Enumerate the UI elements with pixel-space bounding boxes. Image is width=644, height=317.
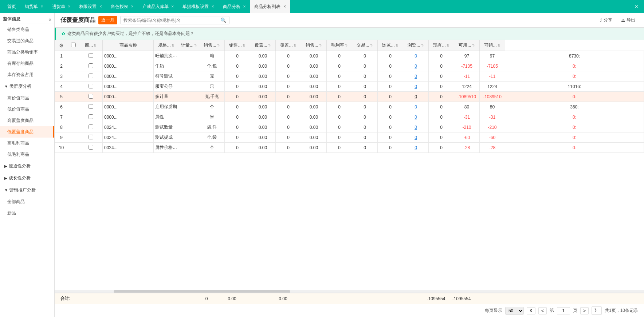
cell-views1-7[interactable]: 0 (403, 122, 429, 132)
footer-available-stock: -1095554 (449, 296, 474, 301)
cell-views1-1[interactable]: 0 (403, 61, 429, 71)
sort-icon-gm[interactable]: ⇅ (345, 44, 348, 47)
sidebar-item-low-value[interactable]: 低价值商品 (0, 104, 54, 115)
cell-checkbox-0[interactable] (79, 51, 103, 61)
sidebar-title: 整体信息 (3, 16, 48, 22)
nav-purchase-order[interactable]: 进货单 × (48, 0, 75, 13)
cell-checkbox-1[interactable] (79, 61, 103, 71)
nav-permissions[interactable]: 权限设置 × (75, 0, 106, 13)
nav-close-template-settings[interactable]: × (212, 4, 214, 9)
cell-views1-6[interactable]: 0 (403, 112, 429, 122)
sort-icon-spec[interactable]: ⇅ (172, 44, 174, 47)
nav-close-purchase-order[interactable]: × (68, 4, 70, 9)
sidebar-section-growth[interactable]: ▶ 成长性分析 (0, 172, 54, 184)
sort-icon-sa[interactable]: ⇅ (243, 44, 246, 47)
per-page-select[interactable]: 50 100 200 (505, 307, 524, 315)
sidebar-item-high-value[interactable]: 高价值商品 (0, 92, 54, 104)
last-page-button[interactable]: 》 (592, 306, 602, 315)
select-all-checkbox[interactable] (71, 43, 76, 47)
nav-close-product-analysis[interactable]: × (243, 4, 246, 9)
col-checkbox[interactable] (68, 40, 79, 51)
cell-checkbox-4[interactable] (79, 92, 103, 102)
page-title: 低覆盖度商品 (60, 16, 95, 24)
cell-sales-amount-0: 0.00 (250, 51, 276, 61)
search-input[interactable] (123, 18, 220, 23)
sort-icon-cov2[interactable]: ⇅ (294, 44, 297, 47)
sort-icon-tr[interactable]: ⇅ (370, 44, 373, 47)
sidebar-item-new-goods[interactable]: 新品 (0, 207, 54, 219)
nav-close-permissions[interactable]: × (99, 4, 102, 9)
sidebar-collapse-btn[interactable]: « (48, 16, 51, 22)
next-page-button[interactable]: > (580, 307, 589, 314)
cell-checkbox-9[interactable] (79, 143, 103, 153)
sort-icon-unit[interactable]: ⇅ (194, 44, 197, 47)
sort-icon-as[interactable]: ⇅ (472, 44, 475, 47)
sidebar-item-low-coverage[interactable]: 低覆盖度商品 (0, 126, 54, 138)
sidebar-item-category-turnover[interactable]: 商品分类动销率 (0, 47, 54, 58)
window-close-button[interactable]: × (632, 3, 641, 10)
search-icon[interactable]: 🔍 (220, 17, 226, 23)
sidebar-item-sales-goods[interactable]: 销售类商品 (0, 24, 54, 35)
export-button[interactable]: ⏏ 导出 (618, 16, 638, 24)
cell-views1-8[interactable]: 0 (403, 132, 429, 143)
sidebar-item-high-margin[interactable]: 高毛利商品 (0, 138, 54, 149)
cell-checkbox-7[interactable] (79, 122, 103, 132)
prev-page-button[interactable]: < (538, 307, 547, 314)
sidebar-item-low-margin[interactable]: 低毛利商品 (0, 149, 54, 160)
sort-icon-v2[interactable]: ⇅ (421, 44, 424, 47)
sidebar-item-traded-goods[interactable]: 交易过的商品 (0, 35, 54, 47)
cell-checkbox-5[interactable] (79, 102, 103, 112)
nav-product-inbound[interactable]: 产成品入库单 × (138, 0, 178, 13)
period-button[interactable]: 近一月 (98, 16, 117, 24)
cell-checkbox-2[interactable] (79, 71, 103, 82)
cell-spec-9 (179, 143, 199, 153)
nav-product-analysis-list[interactable]: 商品分析列表 × (250, 0, 290, 13)
nav-close-product-analysis-list[interactable]: × (283, 4, 286, 9)
sort-icon-sc[interactable]: ⇅ (217, 44, 220, 47)
sidebar-section-liquidity[interactable]: ▶ 流通性分析 (0, 160, 54, 172)
first-page-button[interactable]: K (527, 307, 535, 314)
cell-checkbox-3[interactable] (79, 82, 103, 92)
nav-close-product-inbound[interactable]: × (171, 4, 174, 9)
sidebar-section-group-analysis[interactable]: ▼ 类群度分析 (0, 80, 54, 92)
cell-views1-3[interactable]: 0 (403, 82, 429, 92)
data-table-container[interactable]: ⚙ 商...⇅ 商品名称 规格...⇅ 计量...⇅ 销售...⇅ 销售...⇅… (55, 40, 644, 290)
sidebar-item-in-stock[interactable]: 有库存的商品 (0, 58, 54, 69)
cell-views1-4[interactable]: 0 (403, 92, 429, 102)
nav-role-auth[interactable]: 角色授权 × (106, 0, 138, 13)
cell-checkbox-6[interactable] (79, 112, 103, 122)
cell-views2-5: 0 (429, 102, 454, 112)
cell-available-stock-9: -28 (480, 143, 505, 153)
nav-product-analysis[interactable]: 商品分析 × (219, 0, 250, 13)
cell-checkbox-8[interactable] (79, 132, 103, 143)
cell-views1-9[interactable]: 0 (403, 143, 429, 153)
sort-icon-cov1[interactable]: ⇅ (268, 44, 271, 47)
cell-coverage1-9: 0 (276, 143, 301, 153)
nav-sales-order[interactable]: 销货单 × (20, 0, 48, 13)
sort-icon-sr[interactable]: ⇅ (319, 44, 322, 47)
sort-icon-code[interactable]: ⇅ (94, 44, 97, 47)
gear-icon[interactable]: ⚙ (59, 43, 64, 48)
horizontal-scrollbar[interactable] (55, 290, 644, 293)
cell-views1-5[interactable]: 0 (403, 102, 429, 112)
sort-icon-sal[interactable]: ⇅ (498, 44, 500, 47)
cell-unit-6: 米 (199, 112, 225, 122)
col-settings[interactable]: ⚙ (55, 40, 68, 51)
share-button[interactable]: ⤴ 分享 (597, 16, 615, 24)
sidebar-item-stock-funds[interactable]: 库存资金占用 (0, 69, 54, 80)
sidebar-section-marketing[interactable]: ▼ 营销推广分析 (0, 184, 54, 196)
page-number-input[interactable] (557, 307, 570, 314)
nav-home[interactable]: 首页 (3, 0, 20, 13)
cell-views1-0[interactable]: 0 (403, 51, 429, 61)
cell-views1-2[interactable]: 0 (403, 71, 429, 82)
nav-template-settings[interactable]: 单据模板设置 × (178, 0, 219, 13)
cell-sales-count-1: 0 (225, 61, 250, 71)
sidebar-item-all-goods[interactable]: 全部商品 (0, 196, 54, 207)
cell-coverage2-3: 0.00 (301, 82, 327, 92)
sidebar-item-high-coverage[interactable]: 高覆盖度商品 (0, 115, 54, 126)
nav-close-role-auth[interactable]: × (131, 4, 134, 9)
sort-icon-v1[interactable]: ⇅ (396, 44, 398, 47)
nav-close-sales-order[interactable]: × (41, 4, 43, 9)
cell-settings-3 (68, 82, 79, 92)
sort-icon-cs[interactable]: ⇅ (447, 44, 449, 47)
